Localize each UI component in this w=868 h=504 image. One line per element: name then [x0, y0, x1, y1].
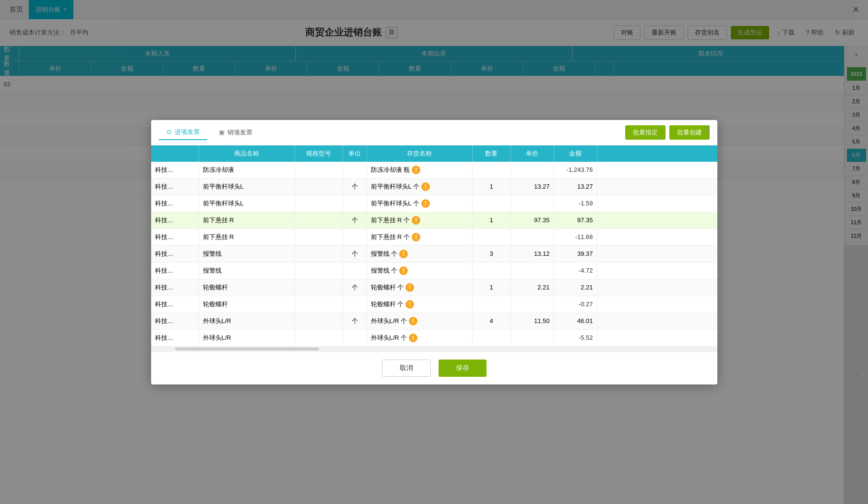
- cell-1-2: 防冻冷却液: [199, 162, 295, 178]
- cell-7-6: [473, 263, 511, 279]
- cell-11-6: [473, 330, 511, 346]
- table-row: 科技… 外球头L/R 个 外球头L/R 个 ! 4 11.50 46.01: [151, 313, 717, 330]
- table-row: 科技… 报警线 个 报警线 个 ! 3 13.12 39.37: [151, 246, 717, 263]
- cell-1-1: 科技…: [151, 162, 199, 178]
- cell-7-8: -4.72: [554, 263, 597, 279]
- cell-4-1: 科技…: [151, 212, 199, 228]
- table-row: 科技… 前下悬挂 R 前下悬挂 R 个 ! -11.68: [151, 229, 717, 246]
- modal-overlay: ⊙ 进项发票 ▣ 销项发票 批量指定 批量创建 × 商品名称 规格型号 单位 存…: [0, 0, 868, 504]
- cell-11-3: [295, 330, 343, 346]
- cell-9-8: -0.27: [554, 296, 597, 312]
- cell-8-5: 轮毂螺杆 个 !: [367, 279, 473, 296]
- cell-7-2: 报警线: [199, 263, 295, 279]
- batch-assign-button[interactable]: 批量指定: [625, 125, 666, 140]
- tab-sales-invoice[interactable]: ▣ 销项发票: [211, 125, 260, 140]
- cell-11-7: [511, 330, 554, 346]
- cancel-button[interactable]: 取消: [382, 360, 431, 377]
- cell-9-1: 科技…: [151, 296, 199, 312]
- cell-9-7: [511, 296, 554, 312]
- cell-1-6: [473, 162, 511, 178]
- cell-4-8: 97.35: [554, 212, 597, 228]
- cell-6-1: 科技…: [151, 246, 199, 262]
- cell-3-6: [473, 195, 511, 212]
- cell-11-4: [343, 330, 367, 346]
- cell-10-1: 科技…: [151, 313, 199, 329]
- cell-7-5: 报警线 个 !: [367, 263, 473, 279]
- table-row: 科技… 防冻冷却液 防冻冷却液 瓶 ! -1,243.76: [151, 162, 717, 179]
- cell-2-2: 前平衡杆球头L: [199, 179, 295, 195]
- cell-2-3: [295, 179, 343, 195]
- cell-8-6: 1: [473, 279, 511, 296]
- cell-6-2: 报警线: [199, 246, 295, 262]
- sales-invoice-icon: ▣: [219, 129, 225, 136]
- warn-icon: !: [412, 233, 420, 241]
- cell-2-5: 前平衡杆球头L 个 !: [367, 179, 473, 195]
- cell-4-7: 97.35: [511, 212, 554, 228]
- cell-6-3: [295, 246, 343, 262]
- warn-icon: !: [412, 166, 420, 174]
- save-button[interactable]: 保存: [439, 360, 487, 377]
- dialog-horizontal-scrollbar[interactable]: [151, 347, 717, 351]
- cell-9-2: 轮毂螺杆: [199, 296, 295, 312]
- warn-icon: !: [399, 266, 408, 275]
- cell-10-6: 4: [473, 313, 511, 329]
- cell-3-3: [295, 195, 343, 212]
- dialog-table-header: 商品名称 规格型号 单位 存货名称 数量 单价 金额: [151, 145, 717, 162]
- cell-2-1: 科技…: [151, 179, 199, 195]
- cell-11-2: 外球头L/R: [199, 330, 295, 346]
- dialog: ⊙ 进项发票 ▣ 销项发票 批量指定 批量创建 × 商品名称 规格型号 单位 存…: [151, 120, 717, 384]
- cell-5-4: [343, 229, 367, 245]
- cell-2-6: 1: [473, 179, 511, 195]
- cell-6-6: 3: [473, 246, 511, 262]
- col-header-8: 金额: [554, 145, 597, 162]
- input-invoice-icon: ⊙: [166, 128, 172, 135]
- cell-8-7: 2.21: [511, 279, 554, 296]
- warn-icon: !: [409, 334, 417, 342]
- table-row: 科技… 前下悬挂 R 个 前下悬挂 R 个 ! 1 97.35 97.35: [151, 212, 717, 229]
- tab-input-invoice[interactable]: ⊙ 进项发票: [159, 125, 207, 140]
- table-row: 科技… 轮毂螺杆 轮毂螺杆 个 ! -0.27: [151, 296, 717, 313]
- table-row: 科技… 前平衡杆球头L 前平衡杆球头L 个 ! -1.59: [151, 195, 717, 212]
- cell-11-8: -5.52: [554, 330, 597, 346]
- cell-1-5: 防冻冷却液 瓶 !: [367, 162, 473, 178]
- cell-8-8: 2.21: [554, 279, 597, 296]
- cell-9-6: [473, 296, 511, 312]
- table-row: 科技… 前平衡杆球头L 个 前平衡杆球头L 个 ! 1 13.27 13.27: [151, 179, 717, 195]
- cell-3-1: 科技…: [151, 195, 199, 212]
- cell-8-3: [295, 279, 343, 296]
- cell-5-7: [511, 229, 554, 245]
- cell-3-2: 前平衡杆球头L: [199, 195, 295, 212]
- dialog-table: 商品名称 规格型号 单位 存货名称 数量 单价 金额 科技… 防冻冷却液 防冻冷…: [151, 145, 717, 347]
- cell-6-7: 13.12: [511, 246, 554, 262]
- col-header-6: 数量: [473, 145, 511, 162]
- cell-6-5: 报警线 个 !: [367, 246, 473, 262]
- cell-2-4: 个: [343, 179, 367, 195]
- cell-8-1: 科技…: [151, 279, 199, 296]
- cell-10-7: 11.50: [511, 313, 554, 329]
- cell-2-7: 13.27: [511, 179, 554, 195]
- warn-icon: !: [421, 182, 430, 191]
- col-header-7: 单价: [511, 145, 554, 162]
- cell-1-3: [295, 162, 343, 178]
- batch-create-button[interactable]: 批量创建: [669, 125, 710, 140]
- cell-5-8: -11.68: [554, 229, 597, 245]
- cell-3-7: [511, 195, 554, 212]
- cell-1-4: [343, 162, 367, 178]
- cell-10-5: 外球头L/R 个 !: [367, 313, 473, 329]
- warn-icon: !: [405, 283, 414, 292]
- cell-3-5: 前平衡杆球头L 个 !: [367, 195, 473, 212]
- scrollbar-thumb[interactable]: [175, 348, 319, 350]
- cell-10-8: 46.01: [554, 313, 597, 329]
- dialog-close-button[interactable]: ×: [705, 125, 711, 133]
- cell-10-3: [295, 313, 343, 329]
- cell-7-4: [343, 263, 367, 279]
- cell-5-5: 前下悬挂 R 个 !: [367, 229, 473, 245]
- cell-5-2: 前下悬挂 R: [199, 229, 295, 245]
- dialog-header-actions: 批量指定 批量创建: [625, 125, 710, 140]
- cell-8-4: 个: [343, 279, 367, 296]
- table-row: 科技… 轮毂螺杆 个 轮毂螺杆 个 ! 1 2.21 2.21: [151, 279, 717, 296]
- cell-1-7: [511, 162, 554, 178]
- cell-9-4: [343, 296, 367, 312]
- table-row: 科技… 报警线 报警线 个 ! -4.72: [151, 263, 717, 279]
- col-header-1: [151, 145, 199, 162]
